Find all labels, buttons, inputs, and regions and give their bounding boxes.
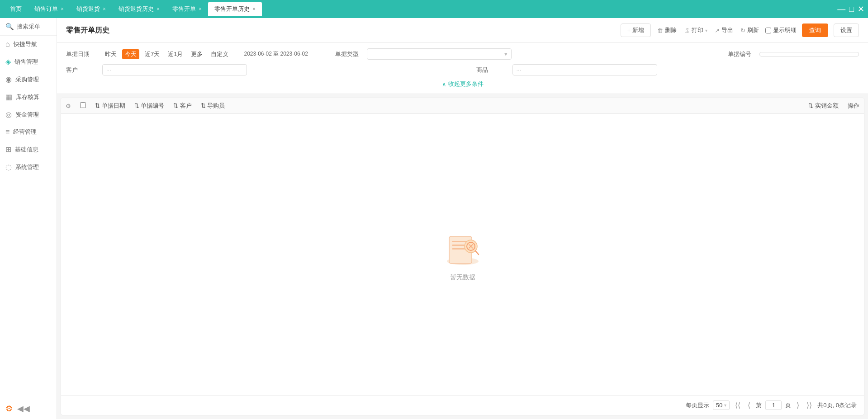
toolbar: + 新增 🗑 删除 🖨 打印 ▾ ↗ 导出 ↻ 刷新 (621, 24, 859, 37)
pagination: 每页显示 50 ▾ ⟨⟨ ⟨ 第 页 ⟩ ⟩⟩ 共0页, 0条记录 (61, 395, 864, 415)
home-icon: ⌂ (5, 40, 10, 48)
tab-sales-return[interactable]: 销货退货 × (70, 2, 112, 16)
prev-page-btn[interactable]: ⟨ (746, 400, 752, 410)
sidebar: 🔍 搜索采单 ⌂ 快捷导航 ◈ 销售管理 ◉ 采购管理 ▦ 库存核算 ◎ 资金管… (0, 18, 57, 419)
print-label: 打印 (692, 26, 703, 34)
window-controls: — □ ✕ (837, 4, 864, 14)
collapse-filter-label: 收起更多条件 (448, 80, 484, 88)
table-settings-icon[interactable]: ⚙ (66, 103, 71, 109)
print-chevron-icon: ▾ (705, 28, 707, 33)
customer-filter-input[interactable]: ··· (102, 64, 247, 75)
goods-filter-label: 商品 (476, 66, 503, 74)
collapse-filter-button[interactable]: ∧ 收起更多条件 (66, 80, 859, 88)
svg-line-7 (475, 251, 479, 254)
customer-filter-placeholder: ··· (106, 66, 111, 73)
date-btn-more[interactable]: 更多 (188, 49, 205, 59)
sidebar-item-sales[interactable]: ◈ 销售管理 (0, 53, 57, 71)
svg-rect-4 (452, 248, 466, 250)
table-header-settings: ⚙ (61, 98, 76, 114)
sidebar-item-basic-info-label: 基础信息 (15, 146, 38, 154)
table-col-action-label: 操作 (848, 102, 859, 109)
collapse-sidebar-icon[interactable]: ◀◀ (17, 404, 30, 414)
table-header-amount[interactable]: ⇅ 实销金额 (804, 98, 843, 114)
type-filter-select[interactable]: ▾ (367, 48, 512, 60)
basic-info-icon: ⊞ (5, 145, 11, 154)
tab-retail-open[interactable]: 零售开单 × (166, 2, 208, 16)
date-btn-today[interactable]: 今天 (122, 49, 139, 59)
number-filter-input[interactable] (759, 52, 859, 56)
table-header-guide[interactable]: ⇅ 导购员 (196, 98, 230, 114)
page-label-before: 第 (756, 401, 762, 410)
tab-retail-history-close[interactable]: × (252, 6, 256, 12)
per-page-label: 每页显示 (686, 401, 709, 410)
purchase-icon: ◉ (5, 75, 12, 84)
refresh-button[interactable]: ↻ 刷新 (740, 24, 760, 36)
collapse-up-icon: ∧ (442, 81, 446, 88)
next-page-btn[interactable]: ⟩ (795, 400, 801, 410)
print-icon: 🖨 (684, 27, 690, 34)
type-filter-chevron-icon: ▾ (504, 51, 508, 57)
tab-retail-history[interactable]: 零售开单历史 × (208, 2, 262, 16)
inventory-icon: ▦ (5, 93, 12, 101)
sidebar-item-operations-label: 经营管理 (13, 128, 37, 136)
tab-home-label: 首页 (10, 5, 22, 13)
tab-sales-return-history-close[interactable]: × (157, 6, 160, 12)
page-header: 零售开单历史 + 新增 🗑 删除 🖨 打印 ▾ ↗ 导出 ↻ (57, 18, 868, 43)
query-button[interactable]: 查询 (802, 24, 828, 37)
delete-label: 删除 (665, 26, 677, 34)
per-page-select[interactable]: 50 ▾ (713, 400, 730, 410)
maximize-btn[interactable]: □ (849, 5, 854, 14)
sidebar-search[interactable]: 🔍 搜索采单 (0, 18, 57, 36)
sidebar-item-finance[interactable]: ◎ 资金管理 (0, 106, 57, 123)
sidebar-search-label: 搜索采单 (17, 23, 40, 31)
tab-sales-order[interactable]: 销售订单 × (28, 2, 70, 16)
settings-icon[interactable]: ⚙ (5, 404, 13, 414)
first-page-btn[interactable]: ⟨⟨ (733, 400, 742, 410)
print-button[interactable]: 🖨 打印 ▾ (683, 24, 708, 36)
settings-button[interactable]: 设置 (834, 24, 859, 37)
show-detail-input[interactable] (765, 28, 771, 33)
content-area: 零售开单历史 + 新增 🗑 删除 🖨 打印 ▾ ↗ 导出 ↻ (57, 18, 868, 419)
minimize-btn[interactable]: — (837, 5, 845, 14)
date-btn-custom[interactable]: 自定义 (208, 49, 231, 59)
page-number-input[interactable] (765, 400, 782, 410)
sidebar-item-quick-nav[interactable]: ⌂ 快捷导航 (0, 36, 57, 53)
number-filter-label: 单据编号 (728, 50, 755, 58)
tab-home[interactable]: 首页 (4, 2, 28, 16)
sidebar-item-purchase[interactable]: ◉ 采购管理 (0, 71, 57, 88)
goods-filter-input[interactable]: ··· (512, 64, 657, 75)
show-detail-checkbox[interactable]: 显示明细 (765, 26, 797, 34)
new-button[interactable]: + 新增 (621, 24, 651, 37)
date-btn-1month[interactable]: 近1月 (165, 49, 185, 59)
table-header-date[interactable]: ⇅ 单据日期 (90, 98, 130, 114)
date-btn-yesterday[interactable]: 昨天 (102, 49, 119, 59)
tab-sales-order-label: 销售订单 (34, 5, 58, 13)
finance-icon: ◎ (5, 110, 12, 119)
tab-bar: 首页 销售订单 × 销货退货 × 销货退货历史 × 零售开单 × 零售开单历史 … (0, 0, 868, 18)
tab-sales-return-history[interactable]: 销货退货历史 × (112, 2, 166, 16)
tab-retail-open-close[interactable]: × (199, 6, 202, 12)
per-page-value: 50 (716, 402, 722, 409)
per-page-chevron-icon: ▾ (724, 403, 726, 408)
export-button[interactable]: ↗ 导出 (714, 24, 734, 36)
tab-sales-return-label: 销货退货 (76, 5, 100, 13)
delete-button[interactable]: 🗑 删除 (656, 24, 678, 36)
tab-sales-order-close[interactable]: × (61, 6, 64, 12)
sidebar-item-inventory[interactable]: ▦ 库存核算 (0, 88, 57, 106)
close-btn[interactable]: ✕ (858, 4, 864, 14)
last-page-btn[interactable]: ⟩⟩ (805, 400, 814, 410)
select-all-checkbox[interactable] (80, 102, 86, 108)
table-header-customer[interactable]: ⇅ 客户 (169, 98, 196, 114)
sidebar-item-system-label: 系统管理 (15, 163, 39, 171)
date-btn-7days[interactable]: 近7天 (142, 49, 162, 59)
export-label: 导出 (721, 26, 733, 34)
sidebar-item-inventory-label: 库存核算 (16, 93, 39, 101)
filter-area: 单据日期 昨天 今天 近7天 近1月 更多 自定义 2023-06-02 至 2… (57, 43, 868, 94)
sidebar-item-operations[interactable]: ≡ 经营管理 (0, 123, 57, 141)
table-header-number[interactable]: ⇅ 单据编号 (130, 98, 169, 114)
sidebar-item-basic-info[interactable]: ⊞ 基础信息 (0, 141, 57, 158)
filter-row-1: 单据日期 昨天 今天 近7天 近1月 更多 自定义 2023-06-02 至 2… (66, 48, 859, 60)
sidebar-item-system[interactable]: ◌ 系统管理 (0, 158, 57, 176)
tab-sales-return-close[interactable]: × (103, 6, 106, 12)
type-filter-label: 单据类型 (335, 50, 362, 58)
